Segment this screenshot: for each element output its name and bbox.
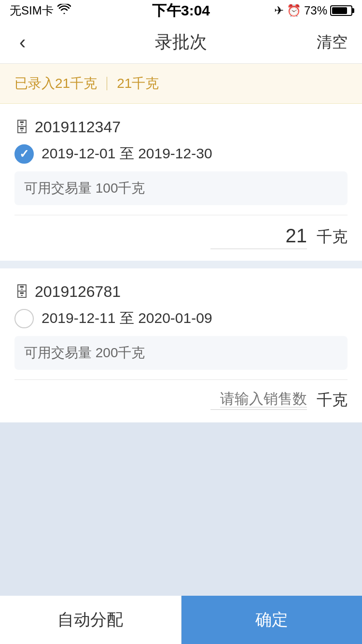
batch-2-unit: 千克	[317, 390, 348, 411]
batch-1-date: 2019-12-01 至 2019-12-30	[42, 144, 212, 164]
batch-2-input-row: 千克	[14, 379, 348, 422]
confirm-button[interactable]: 确定	[181, 596, 362, 644]
batch-2-date: 2019-12-11 至 2020-01-09	[42, 308, 212, 328]
back-button[interactable]: ‹	[14, 27, 30, 58]
info-banner: 已录入21千克 21千克	[0, 64, 362, 104]
batch-2-date-row: 2019-12-11 至 2020-01-09	[14, 308, 348, 328]
auto-distribute-button[interactable]: 自动分配	[0, 596, 181, 644]
batch-2-id: 2019126781	[35, 283, 121, 301]
batch-1-input-wrapper	[210, 225, 307, 249]
wifi-icon	[57, 4, 71, 17]
main-content: 已录入21千克 21千克 🗄 2019112347 2019-12-01 至 2…	[0, 64, 362, 606]
status-bar-time: 下午3:04	[152, 1, 210, 21]
batch-1-icon: 🗄	[14, 119, 29, 136]
batch-1-radio[interactable]	[14, 144, 34, 164]
batch-1-amount-row: 千克	[14, 215, 348, 261]
batch-1-unit: 千克	[317, 226, 348, 248]
batch-1-date-row: 2019-12-01 至 2019-12-30	[14, 144, 348, 164]
batch-1-header: 🗄 2019112347	[14, 118, 348, 136]
batch-2-available: 可用交易量 200千克	[14, 336, 348, 370]
recorded-label: 已录入21千克	[14, 74, 97, 93]
banner-divider	[107, 77, 107, 90]
battery-percent: 73%	[304, 4, 327, 17]
batch-1-id: 2019112347	[35, 118, 121, 136]
status-bar: 无SIM卡 下午3:04 ✈ ⏰ 73%	[0, 0, 362, 21]
battery-icon	[330, 5, 352, 16]
batch-2-amount-input[interactable]	[220, 391, 307, 407]
batch-1-item: 🗄 2019112347 2019-12-01 至 2019-12-30 可用交…	[0, 104, 362, 261]
status-bar-left: 无SIM卡	[10, 3, 71, 18]
section-divider	[0, 261, 362, 268]
batch-2-item: 🗄 2019126781 2019-12-11 至 2020-01-09 可用交…	[0, 268, 362, 422]
location-icon: ✈	[274, 4, 284, 17]
batch-2-icon: 🗄	[14, 284, 29, 300]
clear-button[interactable]: 清空	[317, 32, 348, 53]
recorded-value: 21千克	[117, 74, 159, 93]
page-title: 录批次	[155, 30, 207, 54]
batch-1-available: 可用交易量 100千克	[14, 171, 348, 205]
status-bar-right: ✈ ⏰ 73%	[274, 4, 352, 17]
gray-area	[0, 422, 362, 606]
carrier-text: 无SIM卡	[10, 3, 54, 18]
batch-2-header: 🗄 2019126781	[14, 283, 348, 301]
alarm-icon: ⏰	[287, 4, 301, 17]
batch-2-radio[interactable]	[14, 309, 34, 328]
batch-1-amount-input[interactable]	[249, 225, 307, 247]
batch-2-section: 🗄 2019126781 2019-12-11 至 2020-01-09 可用交…	[0, 268, 362, 422]
batch-1-section: 🗄 2019112347 2019-12-01 至 2019-12-30 可用交…	[0, 104, 362, 261]
nav-bar: ‹ 录批次 清空	[0, 21, 362, 64]
batch-2-input-wrapper	[210, 391, 307, 410]
bottom-bar: 自动分配 确定	[0, 596, 362, 644]
